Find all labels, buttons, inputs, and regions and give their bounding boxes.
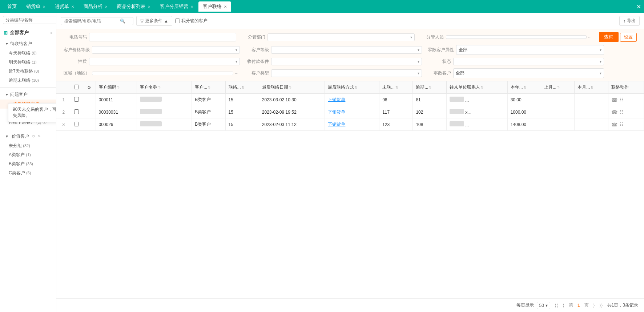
tab-analysis[interactable]: 商品分析 ✕ xyxy=(79,1,112,12)
th-type[interactable]: 客户... ⇅ xyxy=(192,81,225,94)
filter-dots-region[interactable]: ··· xyxy=(233,71,240,76)
toolbar-search-icon[interactable]: 🔍 xyxy=(120,19,125,24)
cell-checkbox-1[interactable] xyxy=(71,94,84,106)
filter-select-person[interactable] xyxy=(446,35,587,39)
edit-icon[interactable]: ✎ xyxy=(37,134,41,139)
contact-icon-3[interactable]: ☎ xyxy=(611,122,617,127)
next-page-button[interactable]: ⟩ xyxy=(592,302,596,309)
sidebar-item-overdue[interactable]: 逾期未联络 (30) xyxy=(0,76,56,85)
cell-method-2[interactable]: 下销货单 xyxy=(325,106,379,118)
tab-customer-segment[interactable]: 客户分层经营 ✕ xyxy=(156,1,198,12)
row-checkbox-1[interactable] xyxy=(74,97,79,102)
filter-select-price-grade[interactable]: ▾ xyxy=(92,46,240,54)
sidebar-root[interactable]: ⊞ 全部客户 « xyxy=(0,27,56,38)
tab-close-customer-segment[interactable]: ✕ xyxy=(190,5,193,9)
method-link-2[interactable]: 下销货单 xyxy=(328,109,345,114)
th-name[interactable]: 客户名称 ⇅ xyxy=(137,81,192,94)
my-customers-checkbox[interactable] xyxy=(175,19,180,23)
sidebar-search-input[interactable] xyxy=(3,16,56,24)
cell-name-2 xyxy=(137,106,192,118)
th-this-month[interactable]: 本月... ⇅ xyxy=(575,81,608,94)
tab-sales[interactable]: 销货单 ✕ xyxy=(22,1,50,12)
sort-icon-this-month: ⇅ xyxy=(591,86,593,89)
filter-select-region[interactable] xyxy=(92,72,233,75)
main-container: 🔍 ⊞ 全部客户 « ▼ 待联络客户 今天待联络 (0) 明天待联络 (1) 近… xyxy=(0,13,644,312)
tab-home[interactable]: 首页 xyxy=(3,1,21,12)
more-actions-icon-1[interactable]: ⠿ xyxy=(620,97,623,103)
filter-dots-person[interactable]: ··· xyxy=(587,35,593,40)
th-code[interactable]: 客户编码 ⇅ xyxy=(96,81,137,94)
sidebar-group-valued-title[interactable]: ▼ 价值客户 ↻ ✎ xyxy=(0,131,56,141)
tab-customer-contact[interactable]: 客户联络 ✕ xyxy=(198,1,231,12)
tab-close-analysis[interactable]: ✕ xyxy=(105,5,108,9)
cell-this-month-2 xyxy=(575,106,608,118)
first-page-button[interactable]: ⟨⟨ xyxy=(553,302,560,309)
sidebar-item-ungroup[interactable]: 未分组 (32) xyxy=(0,141,56,150)
blurred-company-2 xyxy=(450,109,464,114)
tab-analysis-list[interactable]: 商品分析列表 ✕ xyxy=(113,1,155,12)
sidebar-item-tomorrow[interactable]: 明天待联络 (1) xyxy=(0,58,56,67)
row-checkbox-2[interactable] xyxy=(74,109,79,114)
th-last-contact-date[interactable]: 最后联络日期 ⇅ xyxy=(259,81,325,94)
th-no-contact[interactable]: 未联... ⇅ xyxy=(379,81,413,94)
sidebar-item-class-a[interactable]: A类客户 (1) xyxy=(0,150,56,159)
tab-close-analysis-list[interactable]: ✕ xyxy=(148,5,150,9)
export-button[interactable]: ↑ 导出 xyxy=(619,16,640,26)
select-all-checkbox[interactable] xyxy=(74,85,79,89)
more-actions-icon-3[interactable]: ⠿ xyxy=(620,122,623,127)
sidebar-item-week[interactable]: 近7天待联络 (0) xyxy=(0,67,56,76)
th-last-month[interactable]: 上月... ⇅ xyxy=(541,81,574,94)
filter-select-customer-type[interactable]: ▾ xyxy=(271,69,422,77)
collapse-icon[interactable]: « xyxy=(50,31,52,35)
my-customers-checkbox-label[interactable]: 我分管的客户 xyxy=(175,18,208,24)
th-overdue[interactable]: 逾期... ⇅ xyxy=(413,81,446,94)
tab-close-customer-contact[interactable]: ✕ xyxy=(224,5,227,9)
more-actions-icon-2[interactable]: ⠿ xyxy=(620,109,623,115)
last-page-button[interactable]: ⟩⟩ xyxy=(598,302,604,309)
contact-icon-1[interactable]: ☎ xyxy=(611,97,617,103)
cell-method-1[interactable]: 下销货单 xyxy=(325,94,379,106)
contact-icon-2[interactable]: ☎ xyxy=(611,109,617,115)
filter-select-casual-attr[interactable]: 全部 ▾ xyxy=(456,45,604,55)
tab-close-purchase[interactable]: ✕ xyxy=(71,5,74,9)
more-conditions-button[interactable]: ▽ 更多条件 ▲ xyxy=(136,16,172,26)
query-button[interactable]: 查询 xyxy=(599,32,619,42)
filter-select-casual-customer[interactable]: 全部 ▾ xyxy=(453,68,604,78)
filter-input-phone[interactable] xyxy=(89,33,236,41)
cell-type-3: B类客户 xyxy=(192,118,225,131)
filter-select-payment[interactable]: ▾ xyxy=(271,58,422,65)
refresh-icon[interactable]: ↻ xyxy=(32,134,35,139)
method-link-3[interactable]: 下销货单 xyxy=(328,122,345,127)
th-last-contact-method[interactable]: 最后联络方式 ⇅ xyxy=(325,81,379,94)
cell-checkbox-3[interactable] xyxy=(71,118,84,131)
tooltip-lost-warning: 90天未交易的客户，可能有流失风险。 xyxy=(8,103,56,122)
toolbar-search-input[interactable] xyxy=(64,19,118,24)
cell-date-3: 2023-02-03 11:12: xyxy=(259,118,325,131)
sidebar-item-class-c[interactable]: C类客户 (6) xyxy=(0,169,56,178)
settings-button[interactable]: 设置 xyxy=(620,33,637,42)
th-contact[interactable]: 联络... ⇅ xyxy=(225,81,259,94)
filter-select-dept[interactable]: ▾ xyxy=(267,33,415,41)
sidebar-group-problem-title[interactable]: ▼ 问题客户 xyxy=(0,90,56,100)
sort-icon-this-year: ⇅ xyxy=(524,86,527,89)
sidebar-item-today[interactable]: 今天待联络 (0) xyxy=(0,49,56,58)
row-checkbox-3[interactable] xyxy=(74,122,79,126)
th-prev-company[interactable]: 往来单位联系人 ⇅ xyxy=(446,81,507,94)
cell-last-month-1 xyxy=(541,94,574,106)
cell-checkbox-2[interactable] xyxy=(71,106,84,118)
cell-method-3[interactable]: 下销货单 xyxy=(325,118,379,131)
filter-select-status[interactable]: ▾ xyxy=(453,58,604,65)
th-settings[interactable]: ⚙ xyxy=(84,81,96,94)
per-page-select[interactable]: 50 ▾ xyxy=(537,302,550,309)
method-link-1[interactable]: 下销货单 xyxy=(328,97,345,102)
tab-close-sales[interactable]: ✕ xyxy=(43,5,45,9)
table-settings-icon[interactable]: ⚙ xyxy=(87,85,91,90)
tab-purchase[interactable]: 进货单 ✕ xyxy=(51,1,79,12)
sidebar-item-class-b[interactable]: B类客户 (33) xyxy=(0,159,56,169)
sidebar-group-pending-title[interactable]: ▼ 待联络客户 xyxy=(0,39,56,49)
close-all-tabs[interactable]: ✕ xyxy=(636,3,641,10)
th-this-year[interactable]: 本年... ⇅ xyxy=(507,81,541,94)
filter-select-customer-grade[interactable]: ▾ xyxy=(271,46,422,54)
filter-select-nature[interactable]: ▾ xyxy=(89,58,240,65)
prev-page-button[interactable]: ⟨ xyxy=(561,302,566,309)
